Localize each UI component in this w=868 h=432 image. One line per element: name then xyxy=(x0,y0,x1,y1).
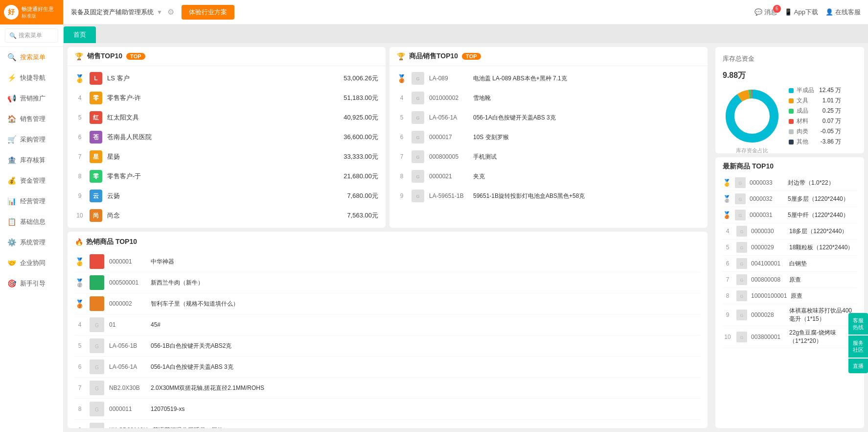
sidebar-item-marketing[interactable]: 📢营销推广 xyxy=(0,88,63,109)
svg-text:G: G xyxy=(416,76,419,81)
customer-item: 🥇LLS 客户53,006.26元 xyxy=(68,69,386,88)
tab-home[interactable]: 首页 xyxy=(64,26,96,43)
product-sales-top10-panel: 🏆 商品销售TOP10 TOP 🥉GLA-089电池盖 LA-089 ABS本色… xyxy=(389,47,708,228)
finance-icon: 💰 xyxy=(7,176,16,185)
medal-icon: 🥈 xyxy=(723,195,731,203)
rank-number: 4 xyxy=(397,95,407,101)
search-icon: 🔍 xyxy=(7,53,16,62)
sidebar-item-search[interactable]: 🔍搜索菜单 xyxy=(0,47,63,68)
hot-product-image xyxy=(90,275,104,290)
hot-product-image: G xyxy=(90,423,104,428)
sidebar-item-sales[interactable]: 🏠销售管理 xyxy=(0,109,63,129)
hot-product-code: LA-056-1A xyxy=(109,363,146,370)
sidebar-item-system[interactable]: ⚙️系统管理 xyxy=(0,232,63,253)
new-product-name: 22g鱼豆腐-烧烤味（1*12*20） xyxy=(789,329,857,345)
app-download-button[interactable]: 📱 App下载 xyxy=(784,8,818,17)
product-code: 0000017 xyxy=(429,134,468,141)
new-product-code: 10000100001 xyxy=(751,292,787,299)
new-product-code: 0000029 xyxy=(751,244,785,251)
svg-text:G: G xyxy=(95,407,99,412)
new-product-code: 0000032 xyxy=(750,195,784,202)
legend-item: 成品0.25 万 xyxy=(789,107,841,115)
service-community-button[interactable]: 服务社区 xyxy=(848,336,868,358)
hot-products-panel: 🔥 热销商品 TOP10 🥇0000001中华神器🥈000500001新西兰牛肉… xyxy=(68,232,708,428)
inventory-legend: 半成品12.45 万文具1.01 万成品0.25 万材料0.07 万肉类-0.0… xyxy=(789,86,841,146)
legend-value: -3.86 万 xyxy=(821,138,842,146)
new-product-image: G xyxy=(736,290,747,301)
svg-text:G: G xyxy=(416,155,419,160)
sidebar-item-purchase[interactable]: 🛒采购管理 xyxy=(0,129,63,150)
left-panels: 🏆 销售TOP10 TOP 🥇LLS 客户53,006.26元4零零售客户-许5… xyxy=(64,43,711,432)
svg-text:G: G xyxy=(416,135,419,140)
rank-number: 6 xyxy=(723,260,732,267)
new-product-image: G xyxy=(736,274,747,285)
hot-product-image: G xyxy=(90,381,104,395)
svg-point-27 xyxy=(730,94,774,138)
messages-button[interactable]: 💬 消息 6 xyxy=(754,8,777,17)
system-selector[interactable]: 装备及固定资产辅助管理系统 ▼ xyxy=(71,8,162,17)
legend-value: -0.05 万 xyxy=(821,127,842,136)
hot-product-image xyxy=(90,254,104,269)
new-product-item: 🥉G00000315厘中纤（1220*2440） xyxy=(723,207,857,223)
settings-icon[interactable]: ⚙ xyxy=(167,7,174,17)
hot-product-code: NB2.0X30B xyxy=(109,384,146,391)
sidebar-label-purchase: 采购管理 xyxy=(20,135,46,144)
product-sales-item: 8G0000021夹克 xyxy=(389,167,708,186)
rank-number: 6 xyxy=(397,134,407,141)
new-product-image: G xyxy=(735,177,746,188)
sidebar-item-collab[interactable]: 🤝企业协同 xyxy=(0,253,63,273)
customer-avatar: 星 xyxy=(90,150,102,163)
hot-product-name: 12070519-xs xyxy=(151,406,700,412)
hot-product-image: G xyxy=(90,317,104,332)
online-service-button[interactable]: 👤 在线客服 xyxy=(825,8,861,17)
product-name: 手机测试 xyxy=(473,153,700,161)
quicknav-icon: ⚡ xyxy=(7,73,16,82)
customer-item: 7星星扬33,333.00元 xyxy=(68,147,386,167)
rank-number: 4 xyxy=(723,228,732,235)
trial-button[interactable]: 体验行业方案 xyxy=(182,5,234,20)
customer-amount: 40,925.00元 xyxy=(343,113,378,122)
svg-rect-24 xyxy=(90,423,104,428)
trophy-icon: 🏆 xyxy=(75,52,83,60)
svg-text:G: G xyxy=(416,194,419,199)
svg-text:G: G xyxy=(416,96,419,101)
customer-avatar: 零 xyxy=(90,170,102,183)
legend-name: 材料 xyxy=(797,117,816,125)
new-product-code: 0000033 xyxy=(750,179,784,186)
logo-text: 畅捷通好生意 标准版 xyxy=(22,5,54,19)
operation-icon: 📊 xyxy=(7,197,16,206)
product-sales-item: 🥉GLA-089电池盖 LA-089 ABS本色+黑种 7.1克 xyxy=(389,69,708,88)
search-menu-button[interactable]: 🔍 搜索菜单 xyxy=(5,28,58,43)
product-image: G xyxy=(411,150,424,163)
sidebar-item-quicknav[interactable]: ⚡快捷导航 xyxy=(0,68,63,88)
legend-name: 半成品 xyxy=(797,86,816,95)
sales-icon: 🏠 xyxy=(7,115,16,123)
sidebar-item-basic[interactable]: 📋基础信息 xyxy=(0,212,63,232)
sidebar-item-inventory[interactable]: 🏦库存核算 xyxy=(0,150,63,170)
new-product-code: 0000030 xyxy=(751,228,785,235)
sidebar-item-guide[interactable]: 🎯新手引导 xyxy=(0,273,63,294)
new-product-image: G xyxy=(736,226,747,237)
sidebar-item-finance[interactable]: 💰资金管理 xyxy=(0,170,63,191)
sidebar-item-operation[interactable]: 📊经营管理 xyxy=(0,191,63,212)
customer-service-button[interactable]: 客服热线 xyxy=(848,313,868,335)
product-code: LA-089 xyxy=(429,75,468,82)
product-sales-item: 6G000001710S 变刻罗猴 xyxy=(389,127,708,147)
customer-amount: 53,006.26元 xyxy=(343,74,378,83)
hot-product-name: 新西兰牛肉（新牛） xyxy=(151,279,700,287)
topbar: 装备及固定资产辅助管理系统 ▼ ⚙ 体验行业方案 💬 消息 6 📱 App下载 … xyxy=(64,0,868,24)
rank-number: 4 xyxy=(75,95,85,101)
dropdown-arrow-icon: ▼ xyxy=(157,9,162,16)
new-product-item: 10G00380000122g鱼豆腐-烧烤味（1*12*20） xyxy=(723,326,857,348)
rank-number: 10 xyxy=(75,212,85,219)
customer-avatar: 苍 xyxy=(90,131,102,144)
inventory-title: 库存总资金 xyxy=(723,54,857,63)
product-image: G xyxy=(411,111,424,124)
medal-icon: 🥇 xyxy=(75,74,85,83)
hot-product-item: 6GLA-056-1A056-1A白色按键开关盖ABS 3克 xyxy=(75,357,700,378)
live-button[interactable]: 直播 xyxy=(848,359,868,373)
customer-name: LS 客户 xyxy=(107,74,339,83)
legend-value: 0.07 万 xyxy=(822,117,842,125)
new-product-item: 6G004100001白钢垫 xyxy=(723,256,857,272)
rank-number: 9 xyxy=(397,192,407,199)
